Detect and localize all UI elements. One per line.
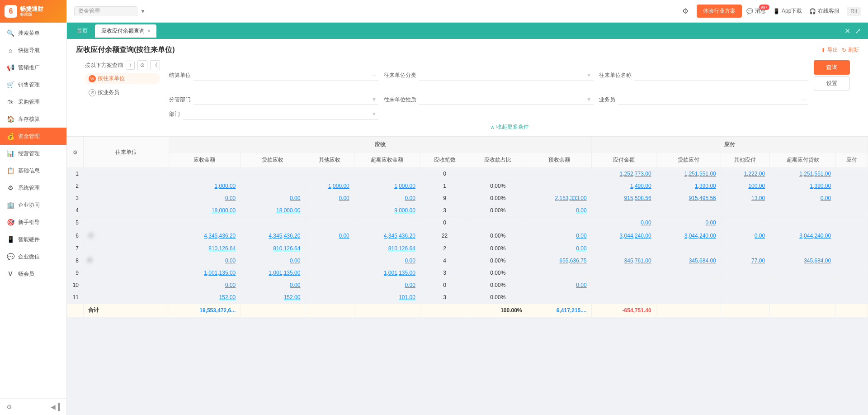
row-loan-payable[interactable]: 1,390.00 (656, 180, 721, 192)
sidebar-item-operation[interactable]: 📊 经营管理 (0, 145, 66, 162)
sidebar-collapse-btn[interactable]: ◀▐ (51, 403, 60, 410)
row-overdue-payable[interactable] (770, 217, 836, 229)
row-loan-payable[interactable] (656, 279, 721, 291)
row-loan-recv[interactable]: 0.00 (241, 255, 305, 267)
total-payable-amt[interactable]: -654,751.40 (591, 304, 656, 317)
row-other-recv[interactable]: 0.00 (305, 192, 354, 205)
row-loan-payable[interactable]: 345,684.00 (656, 255, 721, 267)
row-loan-payable[interactable]: 0.00 (656, 217, 721, 229)
row-loan-payable[interactable] (656, 267, 721, 279)
row-loan-payable[interactable]: 1,251,551.00 (656, 168, 721, 180)
row-other-recv[interactable] (305, 205, 354, 217)
tab-home[interactable]: 首页 (71, 24, 94, 38)
row-overdue-payable[interactable]: 1,251,551.00 (770, 168, 836, 180)
row-loan-payable[interactable]: 915,495.56 (656, 192, 721, 205)
row-loan-recv[interactable]: 810,126.64 (241, 243, 305, 255)
row-recv-amt[interactable]: 0.00 (169, 255, 241, 267)
settlement-unit-input[interactable]: ··· (193, 70, 378, 81)
tab-receivable[interactable]: 应收应付余额查询 × (95, 24, 156, 38)
row-overdue-recv[interactable] (354, 217, 420, 229)
row-overdue-payable[interactable]: 0.00 (770, 192, 836, 205)
row-overdue-recv[interactable] (354, 168, 420, 180)
row-recv-amt[interactable]: 18,000.00 (169, 205, 241, 217)
filter-by-staff[interactable]: ⏱ 按业务员 (85, 87, 160, 98)
row-prepaid[interactable] (527, 217, 591, 229)
row-payable-amt[interactable]: 345,761.00 (591, 255, 656, 267)
row-loan-payable[interactable]: 3,044,240.00 (656, 229, 721, 243)
row-overdue-payable[interactable]: 345,684.00 (770, 255, 836, 267)
row-overdue-recv[interactable]: 101.00 (354, 291, 420, 304)
sidebar-item-purchase[interactable]: 🛍 采购管理 (0, 93, 66, 110)
refresh-button[interactable]: ↻ 刷新 (842, 46, 859, 54)
row-payable-amt[interactable]: 1,252,773.00 (591, 168, 656, 180)
user-account[interactable]: Rit (847, 7, 861, 16)
row-overdue-payable[interactable] (770, 291, 836, 304)
row-overdue-recv[interactable]: 9,000.00 (354, 205, 420, 217)
row-loan-payable[interactable] (656, 291, 721, 304)
row-recv-amt[interactable]: 1,001,135.00 (169, 267, 241, 279)
row-recv-amt[interactable] (169, 217, 241, 229)
sidebar-item-guide[interactable]: 🎯 新手引导 (0, 214, 66, 231)
row-other-payable[interactable] (721, 217, 769, 229)
row-prepaid[interactable]: 0.00 (527, 279, 591, 291)
row-recv-amt[interactable] (169, 168, 241, 180)
row-other-recv[interactable] (305, 168, 354, 180)
row-other-recv[interactable] (305, 243, 354, 255)
row-payable-amt[interactable]: 915,508.56 (591, 192, 656, 205)
row-overdue-recv[interactable]: 0.00 (354, 279, 420, 291)
query-button[interactable]: 查询 (814, 60, 850, 75)
row-overdue-payable[interactable] (770, 267, 836, 279)
sidebar-settings-btn[interactable]: ⚙ (6, 403, 12, 410)
row-loan-recv[interactable] (241, 217, 305, 229)
row-overdue-recv[interactable]: 1,000.00 (354, 180, 420, 192)
row-recv-amt[interactable]: 4,345,436.20 (169, 229, 241, 243)
app-download-action[interactable]: 📱 App下载 (773, 7, 802, 15)
sidebar-item-member[interactable]: V 畅会员 (0, 265, 66, 282)
row-loan-recv[interactable]: 0.00 (241, 192, 305, 205)
row-overdue-recv[interactable]: 0.00 (354, 192, 420, 205)
sidebar-item-marketing[interactable]: 📢 营销推广 (0, 59, 66, 76)
row-other-payable[interactable] (721, 291, 769, 304)
add-scheme-button[interactable]: + (126, 61, 135, 70)
row-recv-amt[interactable]: 0.00 (169, 279, 241, 291)
row-loan-recv[interactable]: 152.00 (241, 291, 305, 304)
filter-by-unit[interactable]: W 按往来单位 (85, 73, 160, 84)
row-prepaid[interactable] (527, 291, 591, 304)
sidebar-item-search[interactable]: 🔍 搜索菜单 (0, 24, 66, 42)
sidebar-item-quick[interactable]: ⌂ 快捷导航 (0, 42, 66, 59)
breadcrumb-input[interactable] (74, 6, 137, 16)
row-other-payable[interactable]: 77.00 (721, 255, 769, 267)
row-overdue-payable[interactable]: 3,044,240.00 (770, 229, 836, 243)
row-other-recv[interactable]: 0.00 (305, 229, 354, 243)
row-other-payable[interactable] (721, 243, 769, 255)
row-other-recv[interactable] (305, 279, 354, 291)
row-loan-recv[interactable]: 1,001,135.00 (241, 267, 305, 279)
tab-close-icon[interactable]: × (147, 28, 150, 33)
row-overdue-payable[interactable] (770, 205, 836, 217)
settings-button[interactable]: 设置 (814, 76, 850, 91)
scheme-collapse-button[interactable]: 《 (150, 60, 160, 70)
row-prepaid[interactable]: 0.00 (527, 205, 591, 217)
window-close-icon[interactable]: ✕ (844, 27, 850, 35)
row-prepaid[interactable]: 2,153,333.00 (527, 192, 591, 205)
window-maximize-icon[interactable]: ⤢ (855, 27, 861, 35)
scheme-settings-button[interactable]: ⊙ (137, 60, 147, 70)
row-loan-recv[interactable]: 4,345,436.20 (241, 229, 305, 243)
sidebar-item-wechat[interactable]: 💬 企业微信 (0, 248, 66, 265)
row-recv-amt[interactable]: 152.00 (169, 291, 241, 304)
sidebar-item-inventory[interactable]: 🏠 库存核算 (0, 110, 66, 128)
row-other-payable[interactable]: 0.00 (721, 229, 769, 243)
sidebar-item-enterprise[interactable]: 🏢 企业协同 (0, 196, 66, 214)
row-other-payable[interactable]: 100.00 (721, 180, 769, 192)
sidebar-item-system[interactable]: ⚙ 系统管理 (0, 179, 66, 196)
row-payable-amt[interactable] (591, 267, 656, 279)
row-prepaid[interactable]: 655,636.75 (527, 255, 591, 267)
row-overdue-recv[interactable]: 4,345,436.20 (354, 229, 420, 243)
row-overdue-payable[interactable]: 1,390.00 (770, 180, 836, 192)
row-prepaid[interactable] (527, 168, 591, 180)
row-loan-payable[interactable] (656, 205, 721, 217)
row-loan-recv[interactable]: 18,000.00 (241, 205, 305, 217)
row-prepaid[interactable]: 0.00 (527, 229, 591, 243)
row-other-recv[interactable] (305, 255, 354, 267)
total-prepaid[interactable]: 6,417,215.... (527, 304, 591, 317)
